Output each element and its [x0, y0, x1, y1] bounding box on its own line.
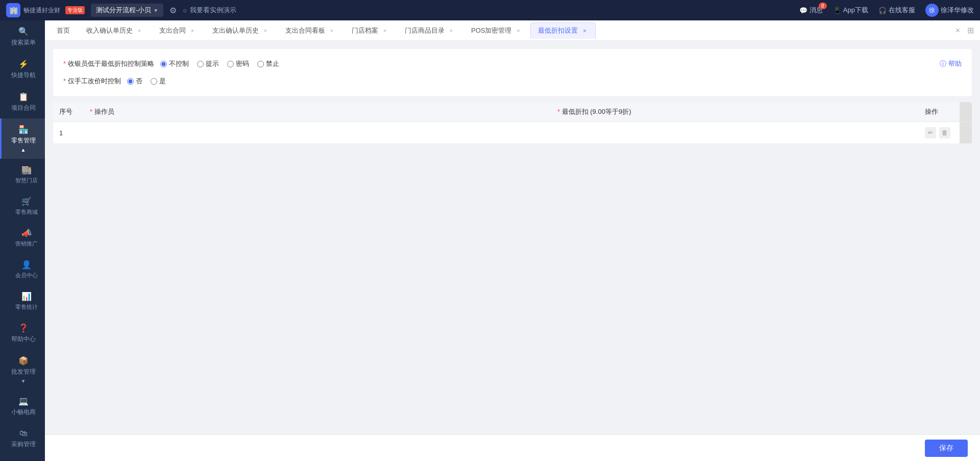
help-link[interactable]: ⓘ 帮助: [940, 59, 962, 68]
tab-payment-board-label: 支出合同看板: [285, 26, 325, 35]
tab-income-confirm-close[interactable]: ×: [136, 27, 143, 34]
sidebar-item-inventory[interactable]: 📦 库存核算: [0, 455, 45, 461]
user-name: 徐泽华修改: [941, 6, 974, 15]
message-icon: 💬: [799, 7, 807, 14]
sidebar-label-shortcut: 快捷导航: [11, 71, 36, 80]
tab-payment-board[interactable]: 支出合同看板 ×: [278, 22, 343, 38]
tab-min-discount-close[interactable]: ×: [581, 27, 588, 34]
help-icon: ⓘ: [940, 59, 946, 68]
user-menu[interactable]: 徐 徐泽华修改: [925, 4, 974, 17]
sidebar-item-project[interactable]: 📋 项目合同: [0, 86, 45, 118]
tab-home-label: 首页: [57, 26, 70, 35]
sidebar-label-member: 会员中心: [15, 272, 38, 279]
member-icon: 👤: [21, 260, 32, 270]
sidebar-item-online-store[interactable]: 🛒 零售商城: [0, 190, 45, 222]
manual-price-radio-group: 否 是: [127, 77, 166, 86]
sidebar-item-search[interactable]: 🔍 搜索菜单: [0, 20, 45, 53]
customer-service-label: 在线客服: [889, 6, 915, 15]
sidebar-item-wholesale[interactable]: 📦 批发管理 ▼: [0, 350, 45, 390]
tab-payment-contract-close[interactable]: ×: [189, 27, 196, 34]
sidebar-item-purchase[interactable]: 🛍 采购管理: [0, 423, 45, 455]
radio-manual-no-input[interactable]: [127, 78, 134, 85]
radio-manual-no-label: 否: [136, 77, 142, 86]
sidebar-item-ecommerce[interactable]: 💻 小畅电商: [0, 390, 45, 423]
tab-more-btn[interactable]: ⊞: [965, 25, 976, 36]
table-row: 1 ✏ 🗑: [53, 122, 972, 144]
project-icon: 📋: [18, 92, 29, 102]
tab-payment-contract[interactable]: 支出合同 ×: [152, 22, 204, 38]
radio-forbid-input[interactable]: [257, 61, 264, 67]
sidebar-item-member[interactable]: 👤 会员中心: [0, 254, 45, 285]
settings-form-card: 收银员低于最低折扣控制策略 不控制 提示 密码: [53, 49, 972, 96]
radio-no-control-input[interactable]: [160, 61, 167, 67]
radio-hint-input[interactable]: [197, 61, 204, 67]
tab-payment-contract-label: 支出合同: [159, 26, 186, 35]
logo-icon: 🏢: [6, 3, 20, 17]
online-store-icon: 🛒: [21, 197, 32, 206]
sidebar: 🔍 搜索菜单 ⚡ 快捷导航 📋 项目合同 🏪 零售管理 ▲ 🏬 智慧门店 🛒 零…: [0, 20, 45, 461]
project-name: 测试分开流程-小贝: [96, 6, 151, 15]
radio-no-control[interactable]: 不控制: [160, 59, 189, 68]
tab-bar: 首页 收入确认单历史 × 支出合同 × 支出确认单历史 × 支出合同看板 × 门…: [45, 20, 980, 41]
sidebar-item-shortcut[interactable]: ⚡ 快捷导航: [0, 53, 45, 86]
edit-btn[interactable]: ✏: [925, 127, 936, 138]
radio-password-label: 密码: [236, 59, 249, 68]
tab-payment-confirm-close[interactable]: ×: [262, 27, 269, 34]
demo-link[interactable]: ○ 我要看实例演示: [183, 6, 236, 15]
avatar: 徐: [925, 4, 939, 17]
logo-area: 🏢 畅捷通好业财 专业版: [6, 3, 85, 17]
sidebar-item-retail[interactable]: 🏪 零售管理 ▲: [0, 118, 45, 159]
tab-min-discount[interactable]: 最低折扣设置 ×: [530, 22, 596, 39]
radio-hint[interactable]: 提示: [197, 59, 219, 68]
sidebar-item-help[interactable]: ❓ 帮助中心: [0, 317, 45, 350]
col-operator: 操作员: [84, 102, 551, 122]
sidebar-label-project: 项目合同: [11, 104, 36, 112]
tab-close-btn[interactable]: ×: [953, 25, 962, 36]
delete-btn[interactable]: 🗑: [939, 127, 950, 138]
tab-payment-confirm[interactable]: 支出确认单历史 ×: [205, 22, 277, 38]
cell-min-discount[interactable]: [551, 122, 919, 144]
sidebar-label-help: 帮助中心: [11, 335, 36, 344]
help-icon: ❓: [18, 323, 29, 333]
discount-table-wrapper: 序号 操作员 最低折扣 (9.00等于9折) 操作 1: [53, 102, 972, 144]
project-selector[interactable]: 测试分开流程-小贝 ▼: [91, 4, 163, 17]
purchase-icon: 🛍: [19, 429, 28, 438]
radio-forbid[interactable]: 禁止: [257, 59, 279, 68]
tab-payment-board-close[interactable]: ×: [328, 27, 335, 34]
tab-payment-confirm-label: 支出确认单历史: [212, 26, 259, 35]
sidebar-item-retail-stats[interactable]: 📊 零售统计: [0, 285, 45, 317]
sidebar-item-smart-store[interactable]: 🏬 智慧门店: [0, 159, 45, 190]
messages-btn[interactable]: 💬 消息 8: [799, 6, 823, 15]
cell-action: ✏ 🗑: [919, 122, 960, 144]
cell-operator[interactable]: [84, 122, 551, 144]
tab-pos-encrypt-close[interactable]: ×: [514, 27, 522, 34]
tab-income-confirm[interactable]: 收入确认单历史 ×: [79, 22, 151, 38]
topbar-settings-icon[interactable]: ⚙: [169, 6, 177, 15]
app-download-btn[interactable]: 📱 App下载: [833, 6, 868, 15]
save-button[interactable]: 保存: [925, 440, 968, 457]
page-content: 收银员低于最低折扣控制策略 不控制 提示 密码: [45, 41, 980, 434]
app-download-label: App下载: [843, 6, 868, 15]
sidebar-item-marketing[interactable]: 📣 营销推广: [0, 222, 45, 254]
radio-manual-no[interactable]: 否: [127, 77, 142, 86]
radio-password-input[interactable]: [227, 61, 234, 67]
shortcut-icon: ⚡: [18, 59, 29, 69]
tab-store-goods-close[interactable]: ×: [448, 27, 455, 34]
tab-store-goods[interactable]: 门店商品目录 ×: [397, 22, 462, 38]
radio-password[interactable]: 密码: [227, 59, 249, 68]
marketing-icon: 📣: [21, 228, 32, 238]
tab-store-file-close[interactable]: ×: [381, 27, 388, 34]
col-seq: 序号: [53, 102, 84, 122]
tab-income-confirm-label: 收入确认单历史: [86, 26, 133, 35]
table-header-row: 序号 操作员 最低折扣 (9.00等于9折) 操作: [53, 102, 972, 122]
messages-badge: 8: [819, 3, 827, 9]
radio-manual-yes-input[interactable]: [151, 78, 157, 85]
smart-store-icon: 🏬: [21, 165, 32, 175]
tab-home[interactable]: 首页: [49, 22, 78, 38]
radio-manual-yes[interactable]: 是: [151, 77, 166, 86]
help-text: 帮助: [948, 59, 962, 68]
wholesale-expand-icon: ▼: [21, 378, 26, 384]
customer-service-btn[interactable]: 🎧 在线客服: [878, 6, 915, 15]
tab-store-file[interactable]: 门店档案 ×: [344, 22, 396, 38]
tab-pos-encrypt[interactable]: POS加密管理 ×: [463, 22, 529, 38]
